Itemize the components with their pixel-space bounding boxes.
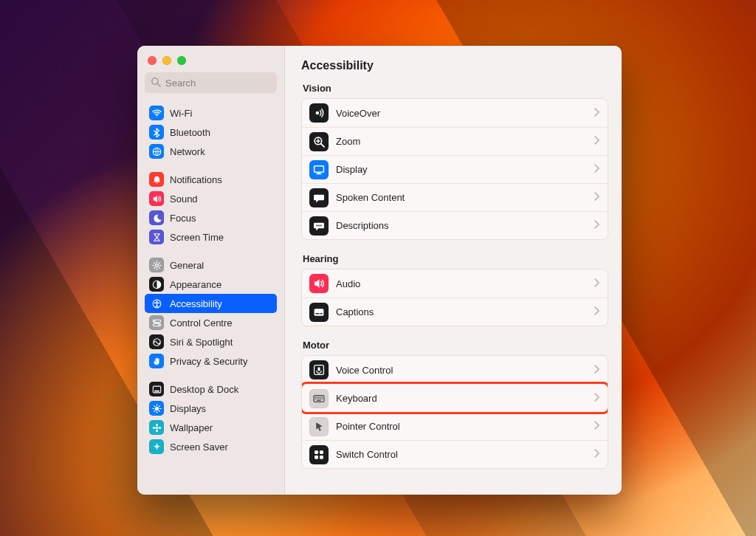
chevron-right-icon xyxy=(594,449,600,460)
row-spokencontent[interactable]: Spoken Content xyxy=(302,183,608,211)
spokencontent-icon xyxy=(309,188,329,207)
sidebar-item-accessibility[interactable]: Accessibility xyxy=(145,294,277,313)
sidebar-item-notifications[interactable]: Notifications xyxy=(145,170,277,189)
display-icon xyxy=(309,160,329,179)
row-label: Spoken Content xyxy=(336,192,587,203)
screensaver-icon xyxy=(149,439,164,454)
sidebar-item-label: Siri & Spotlight xyxy=(170,337,233,348)
sidebar-item-desktopdock[interactable]: Desktop & Dock xyxy=(145,379,277,399)
sidebar-item-wifi[interactable]: Wi-Fi xyxy=(145,103,277,123)
row-label: Display xyxy=(336,164,587,175)
minimize-window-button[interactable] xyxy=(162,56,171,65)
sidebar-item-screensaver[interactable]: Screen Saver xyxy=(145,437,277,456)
sidebar-item-displays[interactable]: Displays xyxy=(145,399,277,418)
voicecontrol-icon xyxy=(309,360,329,379)
row-label: Audio xyxy=(336,278,587,289)
chevron-right-icon xyxy=(594,278,600,289)
zoom-window-button[interactable] xyxy=(177,56,186,65)
sidebar-item-label: Focus xyxy=(170,213,196,224)
sidebar-item-label: Sound xyxy=(170,193,198,205)
section-label-hearing: Hearing xyxy=(303,253,608,264)
sidebar-item-general[interactable]: General xyxy=(145,255,277,275)
section-label-vision: Vision xyxy=(303,83,608,94)
chevron-right-icon xyxy=(594,421,600,432)
search-icon xyxy=(151,77,161,89)
sound-icon xyxy=(149,191,164,206)
chevron-right-icon xyxy=(594,136,600,147)
row-voicecontrol[interactable]: Voice Control xyxy=(302,356,608,384)
sidebar-item-label: Bluetooth xyxy=(170,127,210,138)
row-voiceover[interactable]: VoiceOver xyxy=(302,99,608,127)
sidebar-item-label: Screen Time xyxy=(170,232,224,243)
audio-icon xyxy=(309,274,329,293)
settings-window: Wi-Fi Bluetooth Network Notifications So… xyxy=(137,46,622,495)
captions-icon xyxy=(309,303,329,322)
chevron-right-icon xyxy=(594,306,600,317)
sidebar-item-network[interactable]: Network xyxy=(145,142,277,161)
sidebar-item-screentime[interactable]: Screen Time xyxy=(145,227,277,247)
wallpaper-icon xyxy=(149,420,164,435)
row-label: Captions xyxy=(336,306,587,317)
keyboard-icon xyxy=(309,389,329,408)
sidebar-item-label: Screen Saver xyxy=(170,441,228,453)
row-captions[interactable]: Captions xyxy=(302,298,608,326)
row-label: Descriptions xyxy=(336,220,587,231)
row-audio[interactable]: Audio xyxy=(302,269,608,298)
pointercontrol-icon xyxy=(309,417,329,436)
sidebar-item-appearance[interactable]: Appearance xyxy=(145,275,277,294)
sidebar-item-controlcentre[interactable]: Control Centre xyxy=(145,313,277,332)
row-zoom[interactable]: Zoom xyxy=(302,127,608,155)
voiceover-icon xyxy=(309,103,329,123)
row-label: Keyboard xyxy=(336,393,587,404)
content-pane: Accessibility Vision VoiceOver Zoom Disp… xyxy=(285,46,622,495)
sidebar-item-sound[interactable]: Sound xyxy=(145,189,277,208)
row-display[interactable]: Display xyxy=(302,155,608,183)
zoom-icon xyxy=(309,132,329,151)
sidebar-item-label: Network xyxy=(170,146,205,157)
desktopdock-icon xyxy=(149,382,164,396)
sidebar-item-label: Control Centre xyxy=(170,317,233,329)
close-window-button[interactable] xyxy=(148,56,157,65)
row-label: VoiceOver xyxy=(336,108,587,119)
section-label-motor: Motor xyxy=(303,340,608,351)
row-descriptions[interactable]: Descriptions xyxy=(302,211,608,239)
chevron-right-icon xyxy=(594,365,600,376)
sidebar-item-label: Privacy & Security xyxy=(170,356,247,367)
bluetooth-icon xyxy=(149,125,164,140)
appearance-icon xyxy=(149,277,164,292)
row-switchcontrol[interactable]: Switch Control xyxy=(302,440,608,468)
chevron-right-icon xyxy=(594,164,600,175)
row-label: Switch Control xyxy=(336,449,587,460)
sidebar-item-focus[interactable]: Focus xyxy=(145,208,277,227)
page-title: Accessibility xyxy=(301,59,608,72)
chevron-right-icon xyxy=(594,393,600,404)
wifi-icon xyxy=(149,106,164,120)
sidebar: Wi-Fi Bluetooth Network Notifications So… xyxy=(137,46,285,495)
row-pointercontrol[interactable]: Pointer Control xyxy=(302,412,608,440)
chevron-right-icon xyxy=(594,220,600,231)
row-label: Zoom xyxy=(336,136,587,147)
siri-icon xyxy=(149,334,164,349)
sidebar-item-label: Wallpaper xyxy=(170,422,213,433)
row-label: Voice Control xyxy=(336,365,587,376)
sidebar-item-wallpaper[interactable]: Wallpaper xyxy=(145,418,277,437)
chevron-right-icon xyxy=(594,108,600,119)
sidebar-item-privacy[interactable]: Privacy & Security xyxy=(145,351,277,371)
sidebar-item-label: Appearance xyxy=(170,279,221,290)
search-field[interactable] xyxy=(145,72,277,93)
screentime-icon xyxy=(149,230,164,244)
window-controls xyxy=(145,52,277,72)
sidebar-item-label: General xyxy=(170,260,204,271)
row-keyboard[interactable]: Keyboard xyxy=(302,384,608,412)
sidebar-item-siri[interactable]: Siri & Spotlight xyxy=(145,332,277,351)
search-input[interactable] xyxy=(165,78,271,89)
focus-icon xyxy=(149,210,164,225)
sidebar-item-label: Desktop & Dock xyxy=(170,384,238,395)
network-icon xyxy=(149,144,164,159)
displays-icon xyxy=(149,401,164,416)
controlcentre-icon xyxy=(149,315,164,330)
privacy-icon xyxy=(149,354,164,368)
switchcontrol-icon xyxy=(309,445,329,464)
sidebar-item-bluetooth[interactable]: Bluetooth xyxy=(145,123,277,142)
sidebar-item-label: Wi-Fi xyxy=(170,108,192,119)
